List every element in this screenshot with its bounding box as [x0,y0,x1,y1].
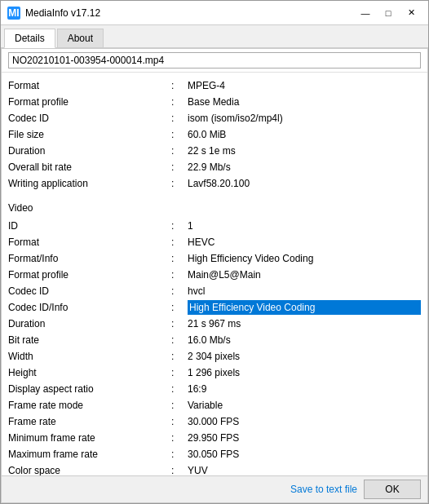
label-vid-colorspace: Color space [8,463,171,475]
label-vid-height: Height [8,365,171,380]
value-vid-codec-id-info: High Efficiency Video Coding [188,300,421,315]
label-vid-maxfr: Maximum frame rate [8,447,171,462]
label-format-profile: Format profile [8,95,171,109]
label-vid-format: Format [8,235,171,250]
value-vid-format-profile: Main@L5@Main [188,267,421,282]
row-vid-format: Format : HEVC [8,234,421,250]
main-window: MI MediaInfo v17.12 — □ ✕ Details About … [0,0,429,504]
save-to-text-link[interactable]: Save to text file [290,484,357,495]
maximize-button[interactable]: □ [378,5,399,21]
row-bitrate-gen: Overall bit rate : 22.9 Mb/s [8,159,421,175]
value-vid-fr: 30.000 FPS [188,414,421,429]
value-vid-maxfr: 30.050 FPS [188,447,421,462]
value-vid-colorspace: YUV [188,463,421,475]
label-duration-gen: Duration [8,144,171,158]
label-vid-minfr: Minimum frame rate [8,431,171,445]
tab-details[interactable]: Details [4,29,55,48]
row-format: Format : MPEG-4 [8,77,421,94]
row-vid-minfr: Minimum frame rate : 29.950 FPS [8,430,421,446]
value-vid-duration: 21 s 967 ms [188,316,421,331]
value-vid-frmode: Variable [188,398,421,413]
window-title: MediaInfo v17.12 [25,7,355,19]
value-vid-dar: 16:9 [188,382,421,396]
row-codec-id-gen: Codec ID : isom (isom/iso2/mp4l) [8,110,421,126]
tab-about[interactable]: About [57,29,104,47]
value-vid-minfr: 29.950 FPS [188,431,421,445]
label-vid-width: Width [8,349,171,364]
row-vid-dar: Display aspect ratio : 16:9 [8,381,421,397]
bottom-bar: Save to text file OK [2,475,427,502]
row-format-profile: Format profile : Base Media [8,94,421,110]
row-vid-colorspace: Color space : YUV [8,462,421,475]
video-section-title: Video [8,199,33,217]
value-duration-gen: 22 s 1е ms [188,144,421,158]
general-section: Format : MPEG-4 Format profile : Base Me… [8,77,421,192]
content-area: Format : MPEG-4 Format profile : Base Me… [1,48,428,503]
tab-bar: Details About [1,25,428,48]
file-path-bar [2,49,427,73]
label-vid-frmode: Frame rate mode [8,398,171,413]
value-vid-width: 2 304 pixels [188,349,421,364]
row-vid-codec-id: Codec ID : hvcl [8,283,421,299]
label-bitrate-gen: Overall bit rate [8,160,171,175]
row-vid-format-profile: Format profile : Main@L5@Main [8,267,421,283]
value-file-size: 60.0 MiB [188,127,421,142]
row-duration-gen: Duration : 22 s 1е ms [8,143,421,159]
row-vid-fr: Frame rate : 30.000 FPS [8,413,421,430]
row-file-size: File size : 60.0 MiB [8,126,421,143]
section-gap-1 [8,192,421,198]
title-bar: MI MediaInfo v17.12 — □ ✕ [1,1,428,25]
value-format-profile: Base Media [188,95,421,109]
value-vid-id: 1 [188,219,421,233]
close-button[interactable]: ✕ [400,5,422,21]
video-section: Video ID : 1 Format : HEVC Format/Info :… [8,198,421,475]
label-vid-bitrate: Bit rate [8,333,171,347]
value-bitrate-gen: 22.9 Mb/s [188,160,421,175]
label-vid-dar: Display aspect ratio [8,382,171,396]
value-format: MPEG-4 [188,78,421,93]
value-vid-codec-id: hvcl [188,284,421,298]
label-vid-codec-id: Codec ID [8,284,171,298]
title-bar-buttons: — □ ✕ [355,5,422,21]
label-file-size: File size [8,127,171,142]
minimize-button[interactable]: — [355,5,376,21]
value-codec-id-gen: isom (isom/iso2/mp4l) [188,111,421,126]
row-vid-bitrate: Bit rate : 16.0 Mb/s [8,332,421,348]
label-vid-format-profile: Format profile [8,267,171,282]
row-vid-duration: Duration : 21 s 967 ms [8,316,421,332]
app-icon: MI [7,7,20,20]
row-video-section-title: Video [8,198,421,218]
row-vid-id: ID : 1 [8,218,421,234]
label-vid-duration: Duration [8,316,171,331]
label-vid-fr: Frame rate [8,414,171,429]
row-vid-height: Height : 1 296 pixels [8,365,421,381]
value-writing-app: Lavf58.20.100 [188,176,421,191]
row-vid-format-info: Format/Info : High Efficiency Video Codi… [8,250,421,267]
label-writing-app: Writing application [8,176,171,191]
row-vid-maxfr: Maximum frame rate : 30.050 FPS [8,446,421,462]
row-vid-frmode: Frame rate mode : Variable [8,397,421,413]
info-panel[interactable]: Format : MPEG-4 Format profile : Base Me… [2,73,427,475]
value-vid-bitrate: 16.0 Mb/s [188,333,421,347]
row-vid-width: Width : 2 304 pixels [8,348,421,365]
label-vid-codec-id-info: Codec ID/Info [8,300,171,315]
label-codec-id-gen: Codec ID [8,111,171,126]
label-vid-format-info: Format/Info [8,251,171,266]
value-vid-format-info: High Efficiency Video Coding [188,251,421,266]
row-vid-codec-id-info: Codec ID/Info : High Efficiency Video Co… [8,299,421,316]
value-vid-format: HEVC [188,235,421,250]
row-writing-app: Writing application : Lavf58.20.100 [8,175,421,192]
label-format: Format [8,78,171,93]
file-path-input[interactable] [8,52,421,69]
ok-button[interactable]: OK [364,480,421,499]
value-vid-height: 1 296 pixels [188,365,421,380]
label-vid-id: ID [8,219,171,233]
